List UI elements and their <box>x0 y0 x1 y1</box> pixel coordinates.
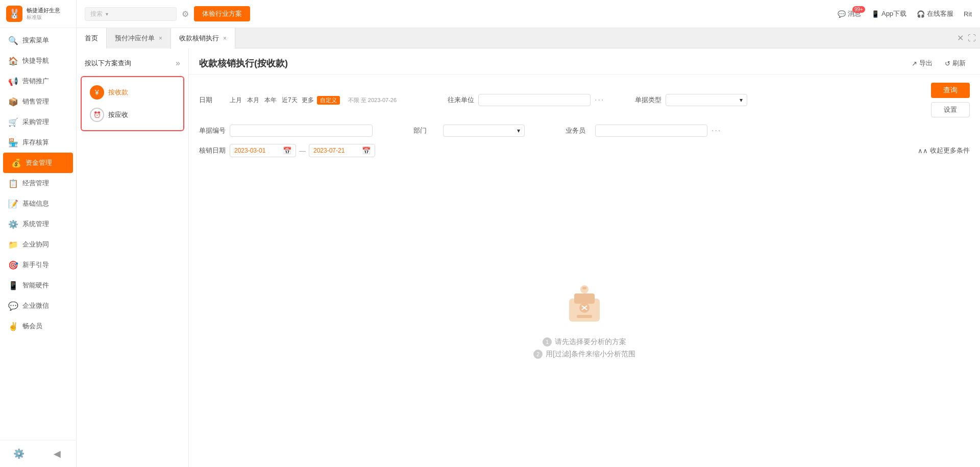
doc-no-input[interactable] <box>230 125 373 137</box>
export-button[interactable]: ↗ 导出 <box>908 57 937 70</box>
refresh-button[interactable]: ↺ 刷新 <box>941 57 970 70</box>
search-form: 日期 上月 本月 本年 近7天 更多 自定义 不限 至 2023-07-26 <box>189 75 980 173</box>
tabs-bar: 首页 预付冲应付单 × 收款核销执行 × ✕ ⛶ <box>77 28 980 48</box>
filter-by-receivable[interactable]: ⏰ 按应收 <box>82 104 183 126</box>
main-panel: 收款核销执行(按收款) ↗ 导出 ↺ 刷新 日期 <box>189 48 980 467</box>
shortcut-this-year[interactable]: 本年 <box>263 95 278 105</box>
search-box[interactable]: 搜索 ▾ <box>85 7 177 21</box>
collapse-icon[interactable]: ◀ <box>49 446 65 462</box>
gear-icon[interactable]: ⚙ <box>182 9 189 19</box>
receipt-option-icon: ¥ <box>90 85 104 100</box>
doc-no-label: 单据编号 <box>199 126 226 135</box>
topbar-right: 💬 消息 99+ 📱 App下载 🎧 在线客服 Rit <box>838 9 972 18</box>
tab-receipt-label: 收款核销执行 <box>179 34 219 43</box>
dept-select-chevron-icon: ▾ <box>517 127 520 134</box>
user-avatar[interactable]: Rit <box>964 10 972 18</box>
staff-dots-icon[interactable]: ··· <box>712 126 721 135</box>
message-icon: 💬 <box>838 10 846 18</box>
filter-collapse-icon[interactable]: » <box>176 59 180 68</box>
app-label: App下载 <box>881 9 906 18</box>
doc-no-field: 单据编号 <box>199 125 373 137</box>
empty-state: 1 请先选择要分析的方案 2 用[过滤]条件来缩小分析范围 <box>189 173 980 467</box>
sidebar-item-inventory[interactable]: 🏪库存核算 <box>0 132 76 153</box>
sidebar-item-marketing[interactable]: 📢营销推广 <box>0 71 76 91</box>
date-shortcuts: 上月 本月 本年 近7天 更多 自定义 <box>229 95 340 105</box>
app-download-button[interactable]: 📱 App下载 <box>871 9 906 18</box>
solution-button[interactable]: 体验行业方案 <box>194 6 250 21</box>
shortcut-this-month[interactable]: 本月 <box>246 95 260 105</box>
sidebar-item-guide[interactable]: 🎯新手引导 <box>0 255 76 275</box>
finance-icon: 💰 <box>11 158 21 168</box>
online-service-button[interactable]: 🎧 在线客服 <box>917 9 953 18</box>
empty-illustration <box>559 278 610 329</box>
quick-nav-icon: 🏠 <box>8 56 18 66</box>
sidebar-item-hardware[interactable]: 📱智能硬件 <box>0 275 76 296</box>
shortcut-last-month[interactable]: 上月 <box>229 95 243 105</box>
filter-by-receipt[interactable]: ¥ 按收款 <box>82 81 183 104</box>
calendar-end-icon[interactable]: 📅 <box>362 146 371 155</box>
setting-button[interactable]: 设置 <box>931 102 970 117</box>
sidebar-item-basic-info[interactable]: 📝基础信息 <box>0 193 76 214</box>
offset-date-range: 2023-03-01 📅 — 2023-07-21 📅 <box>230 144 375 157</box>
system-icon: ⚙️ <box>8 219 18 229</box>
staff-input[interactable] <box>595 125 707 137</box>
logo: 🐰 畅捷通好生意 标准版 <box>0 0 76 28</box>
sidebar-item-enterprise[interactable]: 📁企业协同 <box>0 234 76 255</box>
svg-rect-7 <box>582 287 586 289</box>
dept-select[interactable]: ▾ <box>443 125 525 137</box>
tab-prepay-label: 预付冲应付单 <box>115 34 155 43</box>
partner-dots-icon[interactable]: ··· <box>595 95 604 105</box>
service-label: 在线客服 <box>927 9 953 18</box>
management-icon: 📋 <box>8 178 18 188</box>
sidebar-item-purchase[interactable]: 🛒采购管理 <box>0 112 76 132</box>
tab-receipt-close-icon[interactable]: × <box>223 35 227 42</box>
offset-date-label: 核销日期 <box>199 146 226 155</box>
tab-expand-icon[interactable]: ⛶ <box>968 34 976 43</box>
date-label: 日期 <box>199 95 225 105</box>
filter-title: 按以下方案查询 » <box>77 55 188 72</box>
purchase-icon: 🛒 <box>8 117 18 127</box>
tab-receipt-offset[interactable]: 收款核销执行 × <box>171 28 235 48</box>
tab-close-all-icon[interactable]: ✕ <box>957 33 964 43</box>
sidebar-bottom: ⚙️ ◀ <box>0 440 76 467</box>
doc-type-select[interactable]: ▾ <box>666 94 747 106</box>
tab-prepay-close-icon[interactable]: × <box>159 35 162 42</box>
offset-date-end-value: 2023-07-21 <box>313 147 345 154</box>
query-button[interactable]: 查询 <box>931 83 970 98</box>
chevron-down-icon[interactable]: ▾ <box>106 11 108 17</box>
sidebar-item-weixin[interactable]: 💬企业微信 <box>0 296 76 316</box>
inventory-icon: 🏪 <box>8 137 18 148</box>
svg-rect-1 <box>574 293 595 304</box>
sidebar-item-management[interactable]: 📋经营管理 <box>0 173 76 193</box>
sidebar-item-sales[interactable]: 📦销售管理 <box>0 91 76 112</box>
logo-sub: 标准版 <box>27 14 60 21</box>
empty-tip-2: 2 用[过滤]条件来缩小分析范围 <box>533 350 635 359</box>
weixin-icon: 💬 <box>8 301 18 311</box>
settings-icon[interactable]: ⚙️ <box>11 446 27 462</box>
sidebar-item-search-menu[interactable]: 🔍搜索菜单 <box>0 30 76 51</box>
sidebar-item-system[interactable]: ⚙️系统管理 <box>0 214 76 234</box>
calendar-start-icon[interactable]: 📅 <box>283 146 291 155</box>
collapse-more-button[interactable]: ∧∧ 收起更多条件 <box>918 146 970 155</box>
app-icon: 📱 <box>871 10 879 18</box>
topbar: 搜索 ▾ ⚙ 体验行业方案 💬 消息 99+ 📱 App下载 🎧 在线客服 Ri… <box>77 0 980 28</box>
tabs-actions: ✕ ⛶ <box>957 33 980 43</box>
staff-field: 业务员 ··· <box>566 125 721 137</box>
collapse-chevron-icon: ∧∧ <box>918 147 928 155</box>
sidebar-item-finance[interactable]: 💰资金管理 <box>3 153 73 173</box>
message-button[interactable]: 💬 消息 99+ <box>838 9 861 18</box>
partner-input[interactable] <box>478 94 591 106</box>
receivable-option-label: 按应收 <box>108 110 128 119</box>
offset-date-start-input[interactable]: 2023-03-01 📅 <box>230 144 296 157</box>
offset-date-end-input[interactable]: 2023-07-21 📅 <box>309 144 375 157</box>
tab-home[interactable]: 首页 <box>77 28 107 48</box>
shortcut-more[interactable]: 更多 <box>302 96 314 105</box>
service-icon: 🎧 <box>917 10 925 18</box>
sidebar-item-quick-nav[interactable]: 🏠快捷导航 <box>0 51 76 71</box>
tab-prepay-conflict[interactable]: 预付冲应付单 × <box>107 28 171 48</box>
svg-rect-5 <box>577 315 592 318</box>
sidebar-item-vip[interactable]: ✌️畅会员 <box>0 316 76 336</box>
shortcut-7days[interactable]: 近7天 <box>281 95 299 105</box>
shortcut-custom[interactable]: 自定义 <box>317 96 340 105</box>
receipt-option-label: 按收款 <box>108 88 128 97</box>
